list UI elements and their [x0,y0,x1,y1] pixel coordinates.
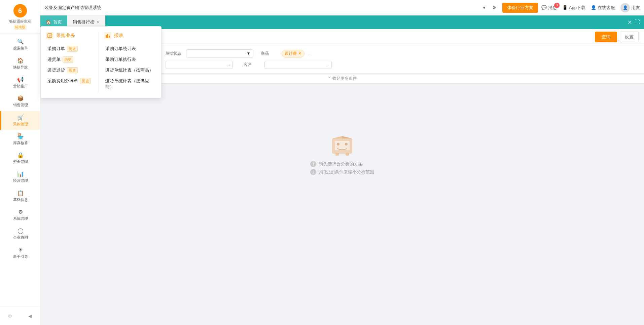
sidebar-item-finance[interactable]: 🔒 资金管理 [0,149,40,167]
purchase-order-stat-item[interactable]: 采购订单统计表 [104,43,156,54]
tab-home-label: 首页 [53,19,62,25]
sidebar-item-label: 营销推广 [13,84,28,88]
svg-marker-2 [342,136,352,138]
goods-tag-close[interactable]: ✕ [298,51,301,56]
tip-text-1: 请先选择要分析的方案 [319,161,363,167]
sidebar-collapse-btn[interactable]: ◀ [25,311,35,321]
sidebar: 6 畅捷通好生意 标准版 🔍 搜索菜单 🏠 快捷导航 📢 营销推广 📦 销售管理… [0,0,40,325]
user-action[interactable]: 👤 用友 [620,3,640,12]
top-header: 装备及固定资产辅助管理系统 ▼ ⚙ 体验行业方案 💬 消息 9 📱 App下载 … [40,0,644,15]
sales-icon: 📦 [17,95,24,101]
voucher-status-label: 单据状态 [165,51,182,56]
tab-close-all-icon[interactable]: ✕ [628,19,632,26]
goods-return-label: 进货退货 [47,67,65,73]
purchase-dropdown-menu: 采购业务 采购订单 历史 进货单 历史 进货退货 历史 采购费用分摊单 历史 报… [40,26,162,98]
phone-icon: 📱 [562,5,568,10]
basic-icon: 📋 [17,190,24,196]
purchase-order-label: 采购订单 [47,46,65,52]
sidebar-item-label: 搜索菜单 [13,46,28,50]
action-area: 查询 设置 [595,32,639,42]
goods-more-icon[interactable]: ··· [307,51,313,56]
goods-receipt-item[interactable]: 进货单 历史 [46,54,98,65]
svg-point-5 [345,143,348,146]
purchase-order-item[interactable]: 采购订单 历史 [46,43,98,54]
svg-rect-10 [107,34,108,38]
sidebar-item-label: 采购管理 [13,122,28,126]
tab-expand-icon[interactable]: ⛶ [635,19,640,25]
sidebar-item-cooperation[interactable]: ◯ 企业协同 [0,224,40,243]
sidebar-item-operation[interactable]: 📊 经营管理 [0,167,40,186]
svg-rect-7 [346,153,349,156]
service-action[interactable]: 👤 在线客服 [591,5,615,11]
service-label: 在线客服 [598,5,615,11]
tab-sales-rank-label: 销售排行榜 [73,19,95,25]
finance-icon: 🔒 [17,152,24,158]
sidebar-item-guide[interactable]: ☀ 新手引导 [0,243,40,262]
empty-tip-2: 2 用[过滤]条件来缩小分析范围 [310,169,374,175]
sidebar-item-sales[interactable]: 📦 销售管理 [0,92,40,111]
goods-stat-goods-item[interactable]: 进货单统计表（按商品） [104,65,156,76]
sidebar-item-system[interactable]: ⚙ 系统管理 [0,205,40,224]
message-badge: 9 [554,3,560,8]
app-action[interactable]: 📱 App下载 [562,5,585,11]
sidebar-item-purchase[interactable]: 🛒 采购管理 [0,111,40,130]
collapse-up-icon: ⌃ [328,76,331,81]
empty-tips: 1 请先选择要分析的方案 2 用[过滤]条件来缩小分析范围 [310,161,374,175]
goods-label: 商品 [261,51,278,56]
header-gear-icon[interactable]: ⚙ [490,3,499,12]
collapse-label: 收起更多条件 [332,76,357,81]
marketing-icon: 📢 [17,76,24,83]
settings-button[interactable]: 设置 [620,32,639,42]
customer-control[interactable]: ··· [264,61,332,69]
system-title: 装备及固定资产辅助管理系统 [44,5,479,11]
sidebar-item-inventory[interactable]: 🏪 库存核算 [0,130,40,149]
guide-icon: ☀ [18,247,23,253]
sidebar-item-label: 快捷导航 [13,65,28,70]
sidebar-settings-btn[interactable]: ⚙ [5,311,15,321]
collapse-btn[interactable]: ⌃ 收起更多条件 [328,76,357,81]
sidebar-item-search[interactable]: 🔍 搜索菜单 [0,35,40,54]
header-dropdown[interactable]: ▼ [482,5,486,10]
tip-num-2: 2 [310,169,316,175]
goods-return-item[interactable]: 进货退货 历史 [46,65,98,76]
system-icon: ⚙ [18,209,23,215]
goods-return-history-badge: 历史 [67,67,78,73]
sidebar-item-basic[interactable]: 📋 基础信息 [0,187,40,205]
search-icon: 🔍 [17,38,24,45]
empty-state: 1 请先选择要分析的方案 2 用[过滤]条件来缩小分析范围 [40,84,644,218]
svg-point-4 [337,143,339,146]
sidebar-item-label: 新手引导 [13,254,28,259]
logo-icon: 6 [13,4,27,17]
sidebar-item-marketing[interactable]: 📢 营销推广 [0,73,40,92]
salesperson-control[interactable]: ··· [166,61,233,69]
empty-illustration [325,127,359,157]
sidebar-item-quick[interactable]: 🏠 快捷导航 [0,54,40,73]
tab-bar-right: ✕ ⛶ [628,19,644,26]
quick-icon: 🏠 [17,57,24,64]
report-col-header: 报表 [104,32,156,39]
tab-close-icon[interactable]: ✕ [97,20,100,25]
message-action[interactable]: 💬 消息 9 [541,5,557,11]
sidebar-nav: 🔍 搜索菜单 🏠 快捷导航 📢 营销推广 📦 销售管理 🛒 采购管理 🏪 库存核… [0,34,40,307]
voucher-status-control[interactable]: ▼ [186,49,253,57]
tip-text-2: 用[过滤]条件来缩小分析范围 [319,169,374,175]
dots-icon: ··· [226,63,230,67]
goods-receipt-label: 进货单 [47,56,61,63]
header-right: 💬 消息 9 📱 App下载 👤 在线客服 👤 用友 [541,3,640,12]
customer-dots-icon: ··· [325,63,329,67]
empty-tip-1: 1 请先选择要分析的方案 [310,161,374,167]
query-button[interactable]: 查询 [595,32,617,42]
user-label: 用友 [631,5,640,11]
service-icon: 👤 [591,5,596,10]
purchase-order-exec-label: 采购订单执行表 [105,56,136,63]
purchase-col-title: 采购业务 [56,33,75,39]
goods-stat-supplier-item[interactable]: 进货单统计表（按供应商） [104,76,156,92]
svg-marker-1 [332,136,342,138]
purchase-order-exec-item[interactable]: 采购订单执行表 [104,54,156,65]
purchase-cost-item[interactable]: 采购费用分摊单 历史 [46,76,98,86]
purchase-cost-label: 采购费用分摊单 [47,78,78,84]
purchase-order-history-badge: 历史 [67,46,78,52]
industry-btn[interactable]: 体验行业方案 [502,3,538,13]
operation-icon: 📊 [17,171,24,177]
svg-rect-3 [335,141,350,150]
